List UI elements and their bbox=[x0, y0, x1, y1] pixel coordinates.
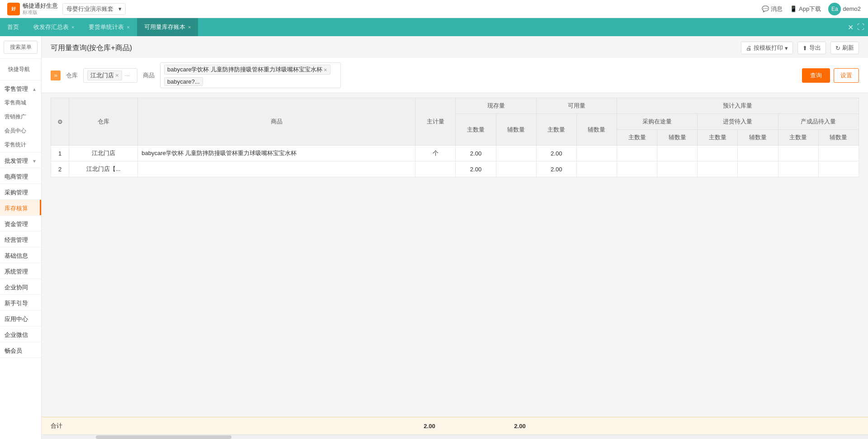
footer-arrival-main bbox=[678, 423, 723, 430]
close-all-tabs-icon[interactable]: ✕ bbox=[848, 23, 854, 32]
warehouse-tag-close[interactable]: × bbox=[115, 72, 119, 79]
warehouse-filter-box[interactable]: 江北门店 × ··· bbox=[83, 68, 137, 83]
warehouse-more-button[interactable]: ··· bbox=[125, 72, 130, 79]
sidebar-item-members[interactable]: 会员中心 bbox=[0, 124, 41, 138]
query-button[interactable]: 查询 bbox=[802, 68, 830, 83]
table-area: ⚙ 仓库 商品 主计量 现存量 可用量 预计入库量 主数量 辅数量 主数量 辅数… bbox=[42, 93, 868, 417]
close-tab-receive[interactable]: × bbox=[71, 24, 74, 30]
scrollbar-area[interactable] bbox=[42, 434, 868, 439]
filter-bar: » 仓库 江北门店 × ··· 商品 babycare学饮杯 儿童防摔防撞吸管杯… bbox=[42, 58, 868, 93]
sidebar-group-retail-header[interactable]: 零售管理 ▲ bbox=[0, 80, 41, 96]
row-purchase-main bbox=[617, 146, 657, 161]
row-index: 1 bbox=[51, 146, 69, 161]
industry-selector[interactable]: 母婴行业演示账套 ▾ bbox=[62, 3, 126, 15]
th-arrival-aux: 辅数量 bbox=[738, 130, 778, 146]
footer-purchase-aux bbox=[633, 423, 678, 430]
page-header: 可用量查询(按仓库+商品) 🖨 按模板打印 ▾ ⬆ 导出 ↻ 刷新 bbox=[42, 36, 868, 58]
warehouse-tag[interactable]: 江北门店 × bbox=[87, 71, 122, 80]
message-button[interactable]: 💬 消息 bbox=[762, 5, 783, 13]
sidebar-item-retail-stats[interactable]: 零售统计 bbox=[0, 138, 41, 152]
sidebar-group-retail: 零售管理 ▲ 零售商城 营销推广 会员中心 零售统计 bbox=[0, 80, 41, 152]
sidebar-group-enterprise-header[interactable]: 企业协同 bbox=[0, 279, 41, 294]
download-icon: 📱 bbox=[790, 5, 797, 12]
sidebar-item-marketing[interactable]: 营销推广 bbox=[0, 110, 41, 124]
sidebar-group-finance-header[interactable]: 资金管理 bbox=[0, 216, 41, 231]
sidebar-item-quick-nav[interactable]: 快捷导航 bbox=[4, 62, 38, 76]
data-table: ⚙ 仓库 商品 主计量 现存量 可用量 预计入库量 主数量 辅数量 主数量 辅数… bbox=[51, 98, 859, 177]
th-production-main: 主数量 bbox=[778, 130, 818, 146]
close-tab-inventory[interactable]: × bbox=[188, 24, 191, 30]
row-stock-aux bbox=[496, 146, 536, 161]
sidebar-group-system-header[interactable]: 系统管理 bbox=[0, 263, 41, 279]
user-menu[interactable]: Ea demo2 bbox=[828, 3, 861, 15]
th-gear: ⚙ bbox=[51, 98, 69, 146]
th-stock-main: 主数量 bbox=[456, 114, 496, 146]
sidebar-quick-nav-area: 快捷导航 bbox=[0, 59, 41, 80]
tab-order-stats[interactable]: 要货单统计表 × bbox=[81, 18, 137, 36]
sidebar-group-wholesale: 批发管理 ▼ bbox=[0, 152, 41, 168]
search-menu-button[interactable]: 搜索菜单 bbox=[4, 41, 38, 54]
product-filter-box[interactable]: babycare学饮杯 儿童防摔防撞吸管杯重力球吸嘴杯宝宝水杯 × babyca… bbox=[160, 62, 341, 88]
expand-icon[interactable]: ⛶ bbox=[857, 23, 864, 31]
product-tag-2[interactable]: babycare?... bbox=[164, 77, 203, 86]
refresh-button[interactable]: ↻ 刷新 bbox=[830, 42, 859, 54]
product-tag1-close[interactable]: × bbox=[324, 66, 327, 73]
sidebar-group-wechat-header[interactable]: 企业微信 bbox=[0, 326, 41, 342]
footer-production-main bbox=[769, 423, 814, 430]
row-index: 2 bbox=[51, 161, 69, 177]
app-download-button[interactable]: 📱 App下载 bbox=[790, 5, 821, 13]
th-production-group: 产成品待入量 bbox=[778, 114, 859, 130]
page-actions: 🖨 按模板打印 ▾ ⬆ 导出 ↻ 刷新 bbox=[741, 42, 859, 54]
row-production-aux bbox=[818, 161, 859, 177]
table-row[interactable]: 2 江北门店【... 2.00 2.00 bbox=[51, 161, 859, 177]
sidebar-search-area: 搜索菜单 bbox=[0, 36, 41, 59]
export-button[interactable]: ⬆ 导出 bbox=[797, 42, 826, 54]
settings-button[interactable]: 设置 bbox=[834, 68, 859, 83]
th-purchase-aux: 辅数量 bbox=[657, 130, 698, 146]
sidebar-group-base-header[interactable]: 基础信息 bbox=[0, 247, 41, 263]
footer-avail-aux bbox=[542, 423, 588, 430]
content-area: 可用量查询(按仓库+商品) 🖨 按模板打印 ▾ ⬆ 导出 ↻ 刷新 bbox=[42, 36, 868, 439]
scrollbar-thumb[interactable] bbox=[96, 435, 231, 439]
row-unit: 个 bbox=[415, 146, 456, 161]
logo-text: 畅捷通好生意 标准版 bbox=[23, 2, 58, 15]
footer-production-aux bbox=[814, 423, 859, 430]
sidebar-group-vip-header[interactable]: 畅会员 bbox=[0, 342, 41, 358]
top-bar-left: 好 畅捷通好生意 标准版 母婴行业演示账套 ▾ bbox=[7, 2, 126, 15]
tab-receive-summary[interactable]: 收发存汇总表 × bbox=[26, 18, 81, 36]
th-arrival-group: 进货待入量 bbox=[698, 114, 778, 130]
row-product: babycare学饮杯 儿童防摔防撞吸管杯重力球吸嘴杯宝宝水杯 bbox=[138, 146, 415, 161]
sidebar-group-operations-header[interactable]: 经营管理 bbox=[0, 231, 41, 247]
row-arrival-main bbox=[698, 146, 738, 161]
template-print-button[interactable]: 🖨 按模板打印 ▾ bbox=[741, 42, 793, 54]
sidebar-group-inventory-header[interactable]: 库存核算 bbox=[0, 200, 41, 215]
sidebar-group-appstore-header[interactable]: 应用中心 bbox=[0, 311, 41, 326]
sidebar-item-retail-store[interactable]: 零售商城 bbox=[0, 96, 41, 110]
sidebar-group-purchase-header[interactable]: 采购管理 bbox=[0, 184, 41, 199]
table-row[interactable]: 1 江北门店 babycare学饮杯 儿童防摔防撞吸管杯重力球吸嘴杯宝宝水杯 个… bbox=[51, 146, 859, 161]
nav-tabs-right: ✕ ⛶ bbox=[848, 23, 868, 32]
th-unit: 主计量 bbox=[415, 98, 456, 146]
row-avail-aux bbox=[576, 161, 617, 177]
close-tab-order[interactable]: × bbox=[127, 24, 129, 30]
row-arrival-main bbox=[698, 161, 738, 177]
row-purchase-main bbox=[617, 161, 657, 177]
tab-available-inventory[interactable]: 可用量库存账本 × bbox=[137, 18, 198, 36]
filter-toggle-button[interactable]: » bbox=[51, 71, 61, 80]
row-production-main bbox=[778, 161, 818, 177]
sidebar-group-base: 基础信息 bbox=[0, 247, 41, 263]
sidebar-group-wholesale-header[interactable]: 批发管理 ▼ bbox=[0, 152, 41, 168]
print-icon: 🖨 bbox=[746, 45, 752, 52]
product-filter-label: 商品 bbox=[143, 71, 155, 80]
message-icon: 💬 bbox=[762, 5, 769, 12]
avatar: Ea bbox=[828, 3, 841, 15]
row-avail-main: 2.00 bbox=[536, 146, 576, 161]
product-tag-1[interactable]: babycare学饮杯 儿童防摔防撞吸管杯重力球吸嘴杯宝宝水杯 × bbox=[164, 65, 330, 75]
warehouse-filter-label: 仓库 bbox=[66, 71, 78, 80]
settings-icon[interactable]: ⚙ bbox=[57, 118, 63, 125]
sidebar-group-newbie-header[interactable]: 新手引导 bbox=[0, 295, 41, 310]
tab-home[interactable]: 首页 bbox=[0, 18, 26, 36]
export-icon: ⬆ bbox=[802, 45, 807, 52]
row-stock-aux bbox=[496, 161, 536, 177]
sidebar-group-ecommerce-header[interactable]: 电商管理 bbox=[0, 168, 41, 184]
